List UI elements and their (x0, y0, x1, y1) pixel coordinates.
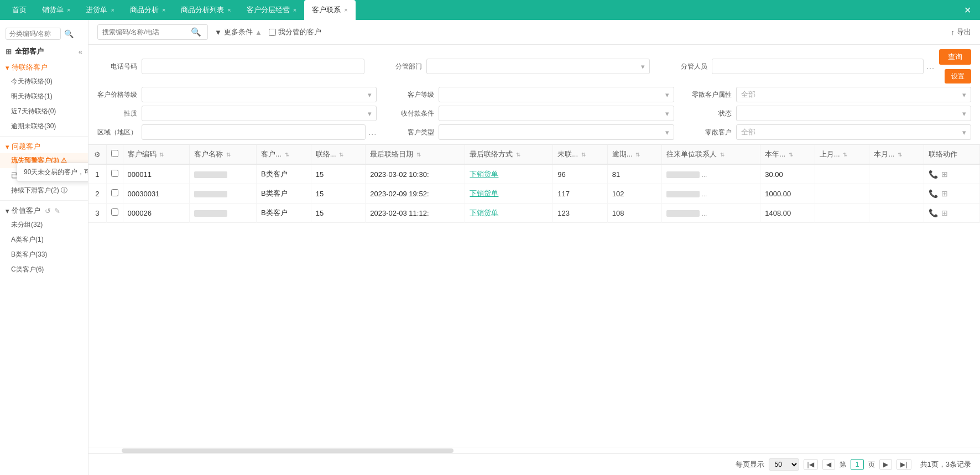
tab-customer-contact-close[interactable]: × (344, 7, 347, 13)
first-page-btn[interactable]: |◀ (804, 459, 818, 470)
sidebar-item-overdue[interactable]: 逾期未联络(30) (0, 119, 88, 134)
row-checkbox[interactable] (111, 208, 118, 216)
more-conditions-btn[interactable]: ▼ 更多条件 ▲ (215, 27, 262, 37)
col-code[interactable]: 客户编码 ⇅ (123, 145, 190, 164)
search-icon-btn[interactable]: 🔍 (191, 27, 201, 37)
tab-product-list-close[interactable]: × (227, 7, 231, 13)
row-last-method[interactable]: 下销货单 (465, 184, 553, 203)
window-close-button[interactable]: ✕ (960, 5, 976, 15)
tab-product-list[interactable]: 商品分析列表 × (173, 0, 238, 20)
col-contact[interactable]: 联络... ⇅ (311, 145, 366, 164)
row-checkbox-cell[interactable] (106, 203, 123, 223)
sidebar-item-ungrouped[interactable]: 未分组(32) (0, 217, 88, 232)
page-size-select[interactable]: 50 100 200 (769, 458, 799, 471)
dept-select[interactable]: ▾ (426, 59, 649, 74)
sort-overdue[interactable]: ⇅ (635, 152, 640, 158)
next-page-btn[interactable]: ▶ (879, 459, 892, 470)
gender-select[interactable]: ▾ (142, 106, 377, 121)
col-name[interactable]: 客户名称 ⇅ (190, 145, 257, 164)
sidebar-group-problem[interactable]: ▾ 问题客户 (0, 139, 88, 153)
sidebar-search-icon[interactable]: 🔍 (64, 29, 74, 38)
customer-type-select[interactable]: ▾ (439, 124, 674, 140)
tab-purchase-order[interactable]: 进货单 × (78, 0, 122, 20)
action-more-icon[interactable]: ⊞ (941, 208, 948, 217)
row-last-method[interactable]: 下销货单 (465, 203, 553, 223)
sort-name[interactable]: ⇅ (226, 152, 231, 158)
sort-last-month[interactable]: ⇅ (843, 152, 847, 158)
sort-this-month[interactable]: ⇅ (898, 152, 902, 158)
region-select[interactable] (142, 124, 366, 140)
table-checkbox-all[interactable] (106, 145, 123, 164)
zero-attr-select[interactable]: 全部 ▾ (736, 87, 971, 102)
sort-not-contacted[interactable]: ⇅ (581, 152, 586, 158)
action-more-icon[interactable]: ⊞ (941, 170, 948, 179)
sidebar-all-customers[interactable]: ⊞ 全部客户 « (0, 43, 88, 60)
zero-customer-select[interactable]: 全部 ▾ (736, 124, 971, 140)
sidebar-group-pending[interactable]: ▾ 待联络客户 (0, 60, 88, 74)
row-checkbox[interactable] (111, 189, 118, 196)
col-overdue[interactable]: 逾期... ⇅ (607, 145, 662, 164)
sidebar-group-value[interactable]: ▾ 价值客户 ↺ ✎ (0, 203, 88, 217)
select-all-checkbox[interactable] (111, 150, 118, 157)
last-method-link[interactable]: 下销货单 (470, 170, 498, 178)
phone-input[interactable] (142, 59, 364, 74)
my-customers-checkbox-input[interactable] (269, 29, 276, 36)
sort-code[interactable]: ⇅ (159, 152, 164, 158)
tab-customer-tier-close[interactable]: × (293, 7, 296, 13)
payment-select[interactable]: ▾ (439, 106, 674, 121)
action-phone-icon[interactable]: 📞 (929, 189, 938, 198)
prev-page-btn[interactable]: ◀ (822, 459, 835, 470)
sidebar-item-class-b[interactable]: B类客户(33) (0, 247, 88, 262)
tab-customer-contact[interactable]: 客户联系 × (304, 0, 355, 20)
region-dots[interactable]: … (368, 127, 377, 137)
col-last-month[interactable]: 上月... ⇅ (815, 145, 869, 164)
row-checkbox-cell[interactable] (106, 184, 123, 203)
sort-contact[interactable]: ⇅ (339, 152, 343, 158)
refresh-icon[interactable]: ↺ (45, 207, 51, 215)
sort-type[interactable]: ⇅ (285, 152, 289, 158)
tab-home[interactable]: 首页 (4, 0, 34, 20)
action-more-icon[interactable]: ⊞ (941, 189, 948, 198)
price-level-select[interactable]: ▾ (142, 87, 377, 102)
sidebar-item-declining[interactable]: 持续下滑客户(2) ⓘ (0, 183, 88, 198)
sort-this-year[interactable]: ⇅ (789, 152, 793, 158)
last-method-link[interactable]: 下销货单 (470, 189, 498, 197)
col-type[interactable]: 客户... ⇅ (257, 145, 311, 164)
export-btn[interactable]: ↑ 导出 (951, 27, 972, 37)
col-last-method[interactable]: 最后联络方式 ⇅ (465, 145, 553, 164)
settings-button[interactable]: 设置 (945, 69, 971, 83)
edit-icon[interactable]: ✎ (54, 207, 60, 215)
sort-contact-person[interactable]: ⇅ (720, 152, 724, 158)
sidebar-item-today[interactable]: 今天待联络(0) (0, 74, 88, 89)
filter-person-dots[interactable]: … (926, 61, 935, 71)
col-last-date[interactable]: 最后联络日期 ⇅ (366, 145, 465, 164)
tab-product-analysis-close[interactable]: × (162, 7, 165, 13)
sidebar-item-tomorrow[interactable]: 明天待联络(1) (0, 89, 88, 104)
customer-level-select[interactable]: ▾ (439, 87, 674, 102)
tab-purchase-order-close[interactable]: × (111, 7, 114, 13)
sort-last-method[interactable]: ⇅ (516, 152, 520, 158)
status-select[interactable]: ▾ (736, 106, 971, 121)
last-page-btn[interactable]: ▶| (896, 459, 911, 470)
last-method-link[interactable]: 下销货单 (470, 208, 498, 217)
table-settings-col[interactable]: ⚙ (88, 145, 106, 164)
sidebar-item-class-c[interactable]: C类客户(6) (0, 262, 88, 277)
my-customers-checkbox[interactable]: 我分管的客户 (269, 27, 321, 37)
tab-sales-order[interactable]: 销货单 × (34, 0, 78, 20)
col-contact-person[interactable]: 往来单位联系人 ⇅ (662, 145, 760, 164)
person-select[interactable] (712, 59, 924, 74)
tab-sales-order-close[interactable]: × (67, 7, 70, 13)
sidebar-search-input[interactable] (6, 28, 61, 40)
search-input[interactable] (102, 28, 191, 36)
sort-last-date[interactable]: ⇅ (416, 152, 421, 158)
row-last-method[interactable]: 下销货单 (465, 164, 553, 184)
col-this-year[interactable]: 本年... ⇅ (760, 145, 815, 164)
sidebar-item-7days[interactable]: 近7天待联络(0) (0, 104, 88, 119)
col-not-contacted[interactable]: 未联... ⇅ (553, 145, 608, 164)
action-phone-icon[interactable]: 📞 (929, 170, 938, 179)
row-checkbox-cell[interactable] (106, 164, 123, 184)
tab-customer-tier[interactable]: 客户分层经营 × (239, 0, 304, 20)
sidebar-collapse-btn[interactable]: « (79, 48, 82, 56)
tab-product-analysis[interactable]: 商品分析 × (122, 0, 173, 20)
action-phone-icon[interactable]: 📞 (929, 208, 938, 217)
